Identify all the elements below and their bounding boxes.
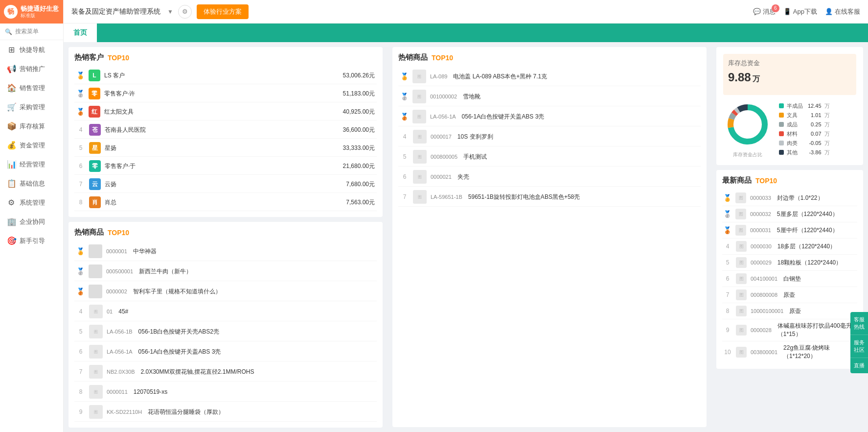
newest-product-row[interactable]: 10 图 003800001 22g鱼豆腐·烧烤味（1*12*20） xyxy=(722,341,857,363)
product-sales-row[interactable]: 🥉 0000002 智利车子里（规格不知道填什么） xyxy=(74,282,377,301)
medal-icon: 🥈 xyxy=(723,210,731,218)
medal-gold-icon: 🏅 xyxy=(76,72,85,79)
product-sales-title: 热销商品 TOP10 xyxy=(74,228,377,237)
system-icon: ⚙ xyxy=(7,198,16,207)
online-service-label: 在线客服 xyxy=(835,7,860,16)
customer-row[interactable]: 6 零 零售客户·于 21,680.00元 xyxy=(74,158,377,175)
legend-unit: 万 xyxy=(824,102,830,110)
medal-icon: 🏅 xyxy=(400,72,409,80)
float-btn-live[interactable]: 直播 xyxy=(850,358,868,373)
customer-row[interactable]: 5 星 星扬 33,333.00元 xyxy=(74,140,377,157)
sidebar-item-guide[interactable]: 🎯 新手引导 xyxy=(0,231,63,250)
sidebar-item-label: 资金管理 xyxy=(20,141,45,150)
product-amount-row[interactable]: 🥉 图 LA-056-1A 056-1A白色按键开关盖ABS 3壳 xyxy=(398,107,701,126)
rank-number: 4 xyxy=(76,308,85,315)
newest-product-name: 体碱嘉枝味苏打饮品400毫升（1*15） xyxy=(777,322,856,338)
product-amount-row[interactable]: 4 图 0000017 10S 变刹罗刹 xyxy=(398,127,701,146)
customer-top10-panel: 热销客户 TOP10 🏅 L LS 客户 53,006.26元 🥈 零 零售客户… xyxy=(69,47,383,217)
tab-home[interactable]: 首页 xyxy=(64,24,97,42)
legend-value: 12.45 xyxy=(808,103,822,109)
product-sales-row[interactable]: 6 图 LA-056-1A 056-1A白色按键开关盖ABS 3壳 xyxy=(74,342,377,361)
sidebar-menu: ⊞ 快捷导航 📢 营销推广 🏠 销售管理 🛒 采购管理 📦 库存核算 💰 资金管… xyxy=(0,40,63,432)
product-sales-row[interactable]: 4 图 01 45# xyxy=(74,302,377,321)
customer-row[interactable]: 🥉 红 红太阳文具 40,925.00元 xyxy=(74,103,377,120)
newest-product-row[interactable]: 🏅 图 0000033 封边带（1.0*22） xyxy=(722,190,857,206)
newest-product-row[interactable]: 9 图 0000028 体碱嘉枝味苏打饮品400毫升（1*15） xyxy=(722,319,857,341)
product-sales-row[interactable]: 8 图 0000011 12070519-xs xyxy=(74,383,377,402)
customer-row[interactable]: 7 云 云扬 7,680.00元 xyxy=(74,176,377,193)
legend-unit: 万 xyxy=(824,112,830,119)
sidebar-item-purchase[interactable]: 🛒 采购管理 xyxy=(0,97,63,117)
system-dropdown-btn[interactable]: ▼ xyxy=(167,8,173,15)
newest-product-code: 10000100001 xyxy=(751,308,783,314)
placeholder-icon: 图 xyxy=(94,369,98,375)
chart-label: 库存资金占比 xyxy=(723,151,772,158)
newest-product-code: 0000032 xyxy=(750,211,771,217)
sidebar-item-basic[interactable]: 📋 基础信息 xyxy=(0,174,63,193)
medal-silver-icon: 🥈 xyxy=(76,90,85,97)
customer-row[interactable]: 🥈 零 零售客户·许 51,183.00元 xyxy=(74,85,377,102)
customer-row[interactable]: 4 苍 苍南县人民医院 36,600.00元 xyxy=(74,121,377,139)
product-amount-row[interactable]: 5 图 000800005 手机测试 xyxy=(398,147,701,167)
app-logo: 畅 畅捷通好生意 标准版 xyxy=(0,0,63,24)
product-sales-row[interactable]: 7 图 NB2.0X30B 2.0X30MM双摆花轴,摆花直径2.1MM/ROH… xyxy=(74,362,377,382)
sidebar-item-system[interactable]: ⚙ 系统管理 xyxy=(0,193,63,212)
product-sales-row[interactable]: 🏅 0000001 中华神器 xyxy=(74,242,377,261)
product-amount-row[interactable]: 6 图 0000021 夹壳 xyxy=(398,168,701,187)
topbar: 装备及固定资产辅助管理系统 ▼ ⚙ 体验行业方案 💬 消息 6 📱 App下载 … xyxy=(64,0,868,24)
newest-product-row[interactable]: 7 图 000800008 原壶 xyxy=(722,287,857,303)
rank-number: 7 xyxy=(400,193,409,200)
customer-avatar: 零 xyxy=(89,88,100,99)
newest-product-row[interactable]: 🥉 图 0000031 5厘中纤（1220*2440） xyxy=(722,222,857,239)
legend-label: 文具 xyxy=(787,112,806,119)
newest-product-image: 图 xyxy=(736,289,747,300)
newest-product-row[interactable]: 5 图 0000029 18颗粒板（1220*2440） xyxy=(722,255,857,271)
sidebar-item-marketing[interactable]: 📢 营销推广 xyxy=(0,59,63,78)
product-name: 电池盖 LA-089 ABS本色+黑种 7.1克 xyxy=(453,72,699,81)
medal-icon: 🥈 xyxy=(76,267,85,275)
sidebar-item-finance[interactable]: 💰 资金管理 xyxy=(0,136,63,155)
newest-product-row[interactable]: 8 图 10000100001 原壶 xyxy=(722,303,857,319)
product-sales-row[interactable]: 5 图 LA-056-1B 056-1B白色按键开关壳ABS2壳 xyxy=(74,322,377,341)
sidebar-item-operation[interactable]: 📊 经营管理 xyxy=(0,155,63,174)
settings-btn[interactable]: ⚙ xyxy=(178,5,192,19)
newest-product-row[interactable]: 🥈 图 0000032 5厘多层（1220*2440） xyxy=(722,206,857,222)
product-code: NB2.0X30B xyxy=(107,369,135,375)
inventory-panel: 库存总资金 9.88 万 xyxy=(716,47,863,165)
newest-product-code: 0000030 xyxy=(751,243,772,249)
message-btn[interactable]: 💬 消息 6 xyxy=(753,7,776,16)
app-download-btn[interactable]: 📱 App下载 xyxy=(783,7,817,16)
placeholder-icon: 图 xyxy=(94,409,98,415)
product-amount-row[interactable]: 7 图 LA-59651-1B 59651-1B旋转投影灯电池盒ABS黑色+58… xyxy=(398,188,701,207)
sidebar-item-quick-nav[interactable]: ⊞ 快捷导航 xyxy=(0,40,63,59)
customer-amount: 53,006.26元 xyxy=(343,72,375,80)
customer-row[interactable]: 8 肖 肖总 7,563.00元 xyxy=(74,194,377,211)
legend-label: 材料 xyxy=(787,130,806,138)
legend-value: -3.86 xyxy=(809,149,821,155)
placeholder-icon: 图 xyxy=(739,211,743,217)
online-service-btn[interactable]: 👤 在线客服 xyxy=(825,7,860,16)
sidebar-item-enterprise[interactable]: 🏢 企业协同 xyxy=(0,212,63,231)
placeholder-icon: 图 xyxy=(739,349,744,356)
newest-product-code: 004100001 xyxy=(751,276,777,282)
nav-tabs: 首页 xyxy=(64,24,868,42)
experience-btn[interactable]: 体验行业方案 xyxy=(197,4,249,19)
product-image-placeholder: 图 xyxy=(413,170,427,184)
medal-icon: 🏅 xyxy=(723,194,731,202)
customer-row[interactable]: 🏅 L LS 客户 53,006.26元 xyxy=(74,67,377,84)
product-amount-row[interactable]: 🏅 图 LA-089 电池盖 LA-089 ABS本色+黑种 7.1克 xyxy=(398,67,701,86)
sidebar-item-sales[interactable]: 🏠 销售管理 xyxy=(0,78,63,97)
legend-value: 0.07 xyxy=(811,131,821,137)
product-sales-row[interactable]: 9 图 KK-SD22110H 花语萌恒温分腿睡袋（厚款） xyxy=(74,403,377,422)
sidebar-item-inventory[interactable]: 📦 库存核算 xyxy=(0,117,63,136)
product-amount-row[interactable]: 🥈 图 001000002 雪地靴 xyxy=(398,87,701,106)
product-sales-row[interactable]: 🥈 000500001 新西兰牛肉（新牛） xyxy=(74,262,377,281)
newest-product-row[interactable]: 4 图 0000030 18多层（1220*2440） xyxy=(722,239,857,255)
float-btn-service[interactable]: 客服热线 xyxy=(850,312,868,335)
product-code: LA-056-1A xyxy=(430,114,456,120)
search-menu[interactable]: 🔍 搜索菜单 xyxy=(0,24,63,40)
newest-product-row[interactable]: 6 图 004100001 白钢垫 xyxy=(722,271,857,287)
newest-product-image: 图 xyxy=(735,209,746,219)
product-code: KK-SD22110H xyxy=(107,409,142,415)
float-btn-community[interactable]: 服务社区 xyxy=(850,335,868,358)
